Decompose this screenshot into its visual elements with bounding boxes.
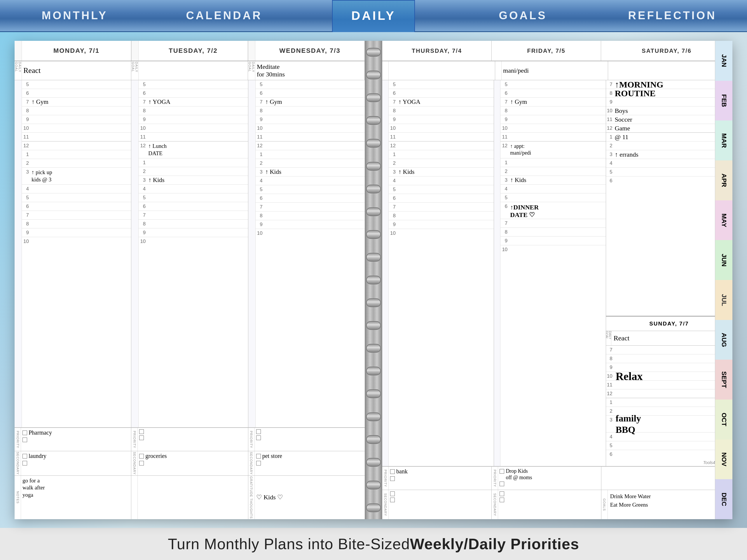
spiral-ring [366,367,381,375]
month-tabs: JAN FEB MAR APR MAY JUN JUL AUG SEPT OCT… [715,41,732,519]
month-tab-feb[interactable]: FEB [715,81,732,121]
month-tab-nov[interactable]: NOV [715,439,732,480]
wednesday-goal: Meditatefor 30mins [255,61,365,80]
day-headers-right: THURSDAY, 7/4 FRIDAY, 7/5 SATURDAY, 7/6 [382,41,732,61]
spiral-ring [366,390,381,398]
spiral-ring [366,276,381,284]
spiral-ring [366,185,381,193]
mon-7b: 7 [22,211,131,220]
priority-label-tue: PRIORITY [131,428,138,451]
month-tab-aug[interactable]: AUG [715,320,732,360]
month-tab-jan[interactable]: JAN [715,41,732,81]
nav-tabs: MONTHLY CALENDAR DAILY GOALS REFLECTION [0,0,747,31]
wednesday-secondary: pet store [255,451,365,475]
tuesday-goal [138,61,248,80]
spiral-ring [366,253,381,262]
saturday-section: 7↑MORNING 8ROUTINE 9 10Boys 11Soccer 12G… [606,80,732,317]
mon-6: 6 [22,89,131,98]
day-headers-left: MONDAY, 7/1 TUESDAY, 7/2 WEDNESDAY, 7/3 [15,41,365,61]
tab-monthly[interactable]: MONTHLY [0,0,149,31]
secondary-row-right: SECONDARY SECONDARY [382,490,732,519]
mon-9b: 9 [22,229,131,237]
friday-header: FRIDAY, 7/5 [492,41,601,61]
planner-book: MONDAY, 7/1 TUESDAY, 7/2 WEDNESDAY, 7/3 … [15,41,732,519]
tab-goals[interactable]: GOALS [448,0,598,31]
secondary-label-mon: SECONDARY [15,451,21,475]
month-tab-jul[interactable]: JUL [715,280,732,320]
tab-reflection[interactable]: REFLECTION [598,0,747,31]
spiral-ring [366,230,381,239]
thursday-header: THURSDAY, 7/4 [382,41,492,61]
goals-label: GOALS [601,490,608,519]
spiral-ring [366,71,381,79]
mon-8b: 8 [22,220,131,229]
planner-wrapper: MONDAY, 7/1 TUESDAY, 7/2 WEDNESDAY, 7/3 … [0,32,747,528]
tab-daily[interactable]: DAILY [299,0,448,31]
priority-row-left: PRIORITY Pharmacy PRIORITY [15,428,365,451]
monday-priority: Pharmacy [21,428,131,451]
month-tab-apr[interactable]: APR [715,160,732,201]
friday-col: 5 6 7↑ Gym 8 9 10 11 12↑ appt:mani/pedi … [500,80,606,466]
priority-label-mon: PRIORITY [15,428,21,451]
monday-notes: go for awalk afteryoga [21,476,131,519]
right-page: THURSDAY, 7/4 FRIDAY, 7/5 SATURDAY, 7/6 … [382,41,732,519]
spiral-ring [366,503,381,512]
month-tab-may[interactable]: MAY [715,201,732,240]
spiral-ring [366,162,381,170]
mon-8: 8 [22,106,131,115]
spiral-ring [366,93,381,102]
monday-secondary: laundry [21,451,131,475]
mon-10: 10 [22,124,131,133]
tuesday-col: 5 6 7↑ YOGA 8 9 10 11 12↑ LunchDATE 1 2 … [138,80,248,427]
month-tab-jun[interactable]: JUN [715,240,732,280]
month-tab-dec[interactable]: DEC [715,479,732,519]
weekend-col: 7↑MORNING 8ROUTINE 9 10Boys 11Soccer 12G… [606,80,732,466]
daily-goal-label-tue: DAILY GOAL [131,61,138,80]
month-tab-sep[interactable]: SEPT [715,359,732,400]
navigation-bar: MONTHLY CALENDAR DAILY GOALS REFLECTION [0,0,747,32]
secondary-label-wed: SECONDARY [248,451,255,475]
tuesday-header: TUESDAY, 7/2 [138,41,248,61]
spiral-ring [366,458,381,466]
spiral-ring [366,435,381,444]
month-tab-mar[interactable]: MAR [715,121,732,160]
spiral-ring [366,298,381,307]
priority-row-right: PRIORITY bank PRIORITY Drop Kidsoff @ mo… [382,466,732,490]
daily-goal-row-right: mani/pedi [382,61,732,80]
mon-7: 7↑ Gym [22,98,131,106]
spiral-ring [366,48,381,57]
mon-3: 3↑ pick upkids @ 3 [22,168,131,185]
spiral-ring [366,207,381,216]
thursday-secondary [389,490,491,519]
mon-10b: 10 [22,237,131,246]
secondary-label-tue: SECONDARY [131,451,138,475]
sunday-goal: React [611,334,732,342]
saturday-top [608,61,732,80]
spiral-ring [366,412,381,421]
bottom-sections-left: PRIORITY Pharmacy PRIORITY [15,427,365,519]
month-tab-oct[interactable]: OCT [715,400,732,439]
friday-secondary [498,490,601,519]
thursday-priority: bank [389,466,491,490]
sunday-header: SUNDAY, 7/7 [606,317,732,331]
tuesday-priority [138,428,248,451]
spiral-ring [366,344,381,353]
tuesday-secondary: groceries [138,451,248,475]
bottom-sections-right: PRIORITY bank PRIORITY Drop Kidsoff @ mo… [382,466,732,519]
sunday-goal-row: DAILY GOAL React [606,331,732,346]
mon-1: 1 [22,150,131,159]
spiral-binding [365,41,382,519]
priority-label-fri: PRIORITY [492,466,498,490]
daily-goal-label-wed: DAILY GOAL [248,61,255,80]
branding: Tools4Wisdom [606,459,732,466]
time-grid-left: 5 6 7↑ Gym 8 9 10 11 12 1 2 3↑ pick upki… [15,80,365,427]
tab-calendar[interactable]: CALENDAR [149,0,299,31]
gratitude-label-wed: GRATITUDE THOUGHTS [248,476,255,519]
secondary-label-thu: SECONDARY [382,490,389,519]
thursday-goals: Drink More WaterEat More Greens [608,490,732,519]
friday-priority: Drop Kidsoff @ moms [498,466,601,490]
spiral-ring [366,116,381,125]
monday-col: 5 6 7↑ Gym 8 9 10 11 12 1 2 3↑ pick upki… [22,80,131,427]
monday-goal: React [22,61,131,80]
left-page: MONDAY, 7/1 TUESDAY, 7/2 WEDNESDAY, 7/3 … [15,41,365,519]
